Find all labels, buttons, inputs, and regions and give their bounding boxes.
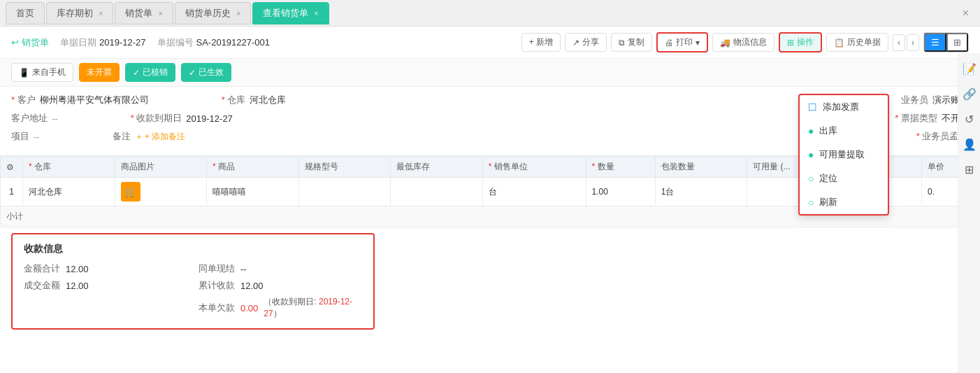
same-order-value: -- — [240, 264, 247, 274]
copy-button[interactable]: ⧉ 复制 — [611, 33, 652, 52]
effective-button[interactable]: ✓ 已生效 — [181, 63, 231, 82]
add-note-label: + 添加备注 — [145, 131, 185, 143]
print-button[interactable]: 🖨 打印 ▾ — [656, 32, 708, 52]
operation-button[interactable]: ⊞ 操作 — [779, 32, 822, 52]
col-pack-qty: 包装数量 — [655, 157, 747, 178]
doc-header: ↩ 销货单 单据日期 2019-12-27 单据编号 SA-20191227-0… — [0, 27, 980, 59]
col-sales-unit: * 销售单位 — [482, 157, 586, 178]
overdue-item: 本单欠款 0.00 （收款到期日: 2019-12-27） — [199, 296, 362, 320]
tab-inventory-init-close[interactable]: × — [99, 9, 103, 17]
new-button[interactable]: + 新增 — [521, 33, 561, 52]
tab-sales-history[interactable]: 销货单历史 × — [175, 2, 251, 24]
locate-item[interactable]: ○ 定位 — [800, 167, 888, 190]
history-button[interactable]: 📋 历史单据 — [826, 33, 888, 52]
tab-home[interactable]: 首页 — [6, 2, 45, 24]
right-table-icon[interactable]: ⊞ — [960, 160, 979, 179]
tab-sales-order-close[interactable]: × — [158, 9, 162, 17]
tab-sales-history-close[interactable]: × — [236, 9, 240, 17]
row-product: 嘻嘻嘻嘻 — [207, 178, 299, 206]
add-invoice-item[interactable]: ☐ 添加发票 — [800, 95, 888, 119]
project-label: 项目 — [11, 130, 29, 143]
add-note-button[interactable]: ＋ + 添加备注 — [135, 131, 185, 143]
tab-view-sales-close[interactable]: × — [314, 9, 318, 17]
deal-amount-value: 12.00 — [66, 281, 89, 291]
tab-inventory-init[interactable]: 库存期初 × — [46, 2, 113, 24]
outbound-item[interactable]: ● 出库 — [800, 119, 888, 143]
deal-amount-item: 成交金额 12.00 — [24, 279, 187, 292]
history-icon: 📋 — [834, 38, 844, 48]
sold-label: 已核销 — [143, 66, 168, 78]
row-min-stock — [391, 178, 483, 206]
row-sales-unit: 台 — [482, 178, 586, 206]
doc-type-icon: ↩ — [11, 37, 19, 48]
not-opened-button[interactable]: 未开票 — [79, 63, 120, 82]
copy-icon: ⧉ — [619, 38, 625, 48]
dropdown-menu: ☐ 添加发票 ● 出库 ● 可用量提取 ○ 定位 ○ 刷新 — [798, 94, 889, 216]
project-field: 项目 -- — [11, 130, 40, 143]
add-note-icon: ＋ — [135, 131, 143, 143]
action-bar: 📱 来自手机 未开票 ✓ 已核销 ✓ 已生效 — [0, 59, 980, 87]
tab-sales-order[interactable]: 销货单 × — [115, 2, 173, 24]
row-warehouse: 河北仓库 — [23, 178, 115, 206]
row-seq: 1 — [1, 178, 23, 206]
available-qty-item[interactable]: ● 可用量提取 — [800, 143, 888, 167]
locate-label: 定位 — [819, 172, 837, 185]
staff-label: 业务员 — [901, 94, 928, 106]
row-pack-qty: 1台 — [655, 178, 747, 206]
address-value: -- — [52, 113, 58, 124]
logistics-icon: 🚚 — [720, 38, 730, 48]
collection-title: 收款信息 — [24, 243, 362, 255]
tab-bar: 首页 库存期初 × 销货单 × 销货单历史 × 查看销货单 × × — [0, 0, 980, 27]
doc-number-field: 单据编号 SA-20191227-001 — [157, 36, 271, 49]
next-button[interactable]: › — [907, 34, 919, 51]
effective-icon: ✓ — [189, 68, 196, 78]
warehouse-value: 河北仓库 — [250, 94, 286, 106]
print-label: 打印 — [676, 36, 693, 48]
col-spec: 规格型号 — [298, 157, 391, 178]
project-value: -- — [34, 132, 40, 142]
list-view-button[interactable]: ☰ — [924, 33, 946, 52]
share-button[interactable]: ↗ 分享 — [565, 33, 607, 52]
tab-view-sales[interactable]: 查看销货单 × — [252, 2, 329, 24]
refresh-label: 刷新 — [819, 196, 837, 209]
col-product-img: 商品图片 — [115, 157, 207, 178]
operation-icon: ⊞ — [787, 38, 794, 48]
doc-date-label: 单据日期 — [60, 36, 96, 49]
logistics-label: 物流信息 — [733, 36, 767, 48]
ticket-type-label: 票据类型 — [895, 112, 937, 125]
due-date-field: 收款到期日 2019-12-27 — [131, 112, 233, 125]
right-user-icon[interactable]: 👤 — [960, 134, 979, 154]
phone-icon: 📱 — [19, 68, 29, 78]
view-toggle: ☰ ⊞ — [923, 32, 969, 52]
tab-inventory-init-label: 库存期初 — [57, 7, 93, 20]
window-close-button[interactable]: × — [957, 4, 974, 22]
sold-button[interactable]: ✓ 已核销 — [125, 63, 175, 82]
note-field: 备注 ＋ + 添加备注 — [113, 130, 185, 143]
refresh-item[interactable]: ○ 刷新 — [800, 190, 888, 214]
col-warehouse: * 仓库 — [23, 157, 115, 178]
collection-grid: 金额合计 12.00 同单现结 -- 成交金额 12.00 累计收款 12.00… — [24, 262, 362, 320]
toolbar-right: + 新增 ↗ 分享 ⧉ 复制 🖨 打印 ▾ 🚚 物流信息 — [521, 32, 969, 52]
available-qty-label: 可用量提取 — [819, 148, 865, 161]
operation-label: 操作 — [797, 36, 814, 48]
print-icon: 🖨 — [665, 38, 673, 48]
grid-view-button[interactable]: ⊞ — [946, 33, 968, 52]
right-link-icon[interactable]: 🔗 — [960, 84, 979, 104]
row-quantity: 1.00 — [586, 178, 655, 206]
overdue-extra: （收款到期日: 2019-12-27） — [264, 296, 362, 320]
col-settings[interactable]: ⚙ — [1, 157, 23, 178]
same-order-item: 同单现结 -- — [199, 262, 362, 275]
right-refresh-icon[interactable]: ↺ — [960, 109, 979, 129]
main-content: ↩ 销货单 单据日期 2019-12-27 单据编号 SA-20191227-0… — [0, 27, 980, 373]
logistics-button[interactable]: 🚚 物流信息 — [712, 33, 774, 52]
add-invoice-label: 添加发票 — [823, 101, 859, 113]
locate-icon: ○ — [808, 173, 814, 184]
customer-label: 客户 — [11, 94, 36, 106]
cumulative-item: 累计收款 12.00 — [199, 279, 362, 292]
cumulative-value: 12.00 — [240, 281, 264, 291]
tab-sales-history-label: 销货单历史 — [185, 7, 231, 20]
from-phone-button[interactable]: 📱 来自手机 — [11, 63, 73, 82]
prev-button[interactable]: ‹ — [893, 34, 905, 51]
right-note-icon[interactable]: 📝 — [960, 59, 979, 78]
outbound-label: 出库 — [819, 125, 837, 137]
